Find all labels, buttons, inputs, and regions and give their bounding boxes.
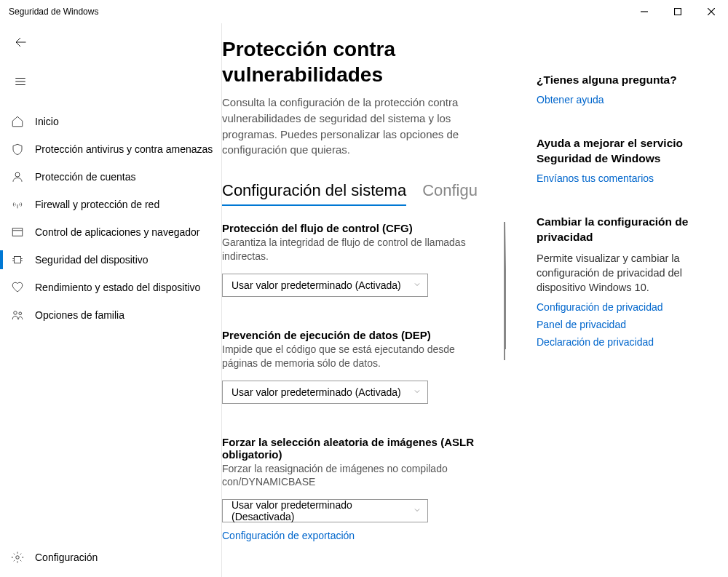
window-title: Seguridad de Windows [9, 7, 98, 17]
sidebar-item-label: Configuración [35, 552, 98, 563]
sidebar-item-label: Protección antivirus y contra amenazas [35, 143, 213, 155]
close-button[interactable] [695, 0, 728, 23]
setting-cfg: Protección del flujo de control (CFG) Ga… [222, 222, 485, 297]
help-section: ¿Tienes alguna pregunta? Obtener ayuda [537, 73, 713, 106]
family-icon [10, 308, 25, 322]
privacy-description: Permite visualizar y cambiar la configur… [537, 251, 713, 295]
chevron-down-icon [413, 505, 422, 517]
tab-system-settings[interactable]: Configuración del sistema [222, 181, 406, 206]
page-description: Consulta la configuración de la protecci… [222, 95, 506, 158]
privacy-title: Cambiar la configuración de privacidad [537, 215, 713, 245]
setting-dep: Prevención de ejecución de datos (DEP) I… [222, 329, 485, 404]
setting-dep-select[interactable]: Usar valor predeterminado (Activada) [222, 381, 428, 404]
svg-point-18 [16, 556, 20, 560]
setting-title: Forzar la selección aleatoria de imágene… [222, 436, 485, 461]
sidebar-item-label: Control de aplicaciones y navegador [35, 226, 199, 238]
settings-scroll-area[interactable]: Protección del flujo de control (CFG) Ga… [222, 222, 506, 541]
page-title: Protección contra vulnerabilidades [222, 36, 506, 87]
back-button[interactable] [6, 28, 35, 57]
sidebar-item-label: Firewall y protección de red [35, 199, 159, 210]
sidebar-item-label: Rendimiento y estado del dispositivo [35, 282, 200, 293]
hamburger-button[interactable] [6, 67, 35, 96]
feedback-section: Ayuda a mejorar el servicio Seguridad de… [537, 136, 713, 184]
chevron-down-icon [413, 279, 422, 291]
titlebar: Seguridad de Windows [0, 0, 728, 23]
sidebar-item-app-browser[interactable]: Control de aplicaciones y navegador [0, 218, 221, 246]
setting-description: Impide que el código que se está ejecuta… [222, 343, 485, 370]
export-settings-link[interactable]: Configuración de exportación [222, 530, 485, 541]
person-icon [10, 170, 25, 184]
setting-title: Protección del flujo de control (CFG) [222, 222, 485, 234]
tab-program-settings[interactable]: Configu [422, 181, 478, 206]
heart-icon [10, 280, 25, 295]
sidebar-item-family[interactable]: Opciones de familia [0, 301, 221, 329]
sidebar-item-performance[interactable]: Rendimiento y estado del dispositivo [0, 274, 221, 301]
maximize-button[interactable] [661, 0, 695, 23]
gear-icon [10, 550, 25, 565]
svg-rect-1 [675, 9, 681, 15]
svg-rect-11 [15, 257, 21, 263]
sidebar-item-settings[interactable]: Configuración [0, 544, 221, 571]
send-feedback-link[interactable]: Envíanos tus comentarios [537, 172, 713, 184]
sidebar-item-virus[interactable]: Protección antivirus y contra amenazas [0, 135, 221, 163]
sidebar: Inicio Protección antivirus y contra ame… [0, 23, 222, 577]
home-icon [10, 114, 25, 129]
setting-aslr-select[interactable]: Usar valor predeterminado (Desactivada) [222, 499, 428, 522]
select-value: Usar valor predeterminado (Desactivada) [232, 499, 413, 522]
sidebar-item-label: Seguridad del dispositivo [35, 254, 149, 266]
chevron-down-icon [413, 386, 422, 398]
select-value: Usar valor predeterminado (Activada) [232, 386, 401, 398]
sidebar-item-label: Protección de cuentas [35, 171, 136, 183]
svg-point-17 [19, 312, 22, 315]
main-content: Protección contra vulnerabilidades Consu… [222, 23, 506, 577]
sidebar-item-device-security[interactable]: Seguridad del dispositivo [0, 246, 221, 274]
privacy-dashboard-link[interactable]: Panel de privacidad [537, 319, 713, 330]
sidebar-item-home[interactable]: Inicio [0, 108, 221, 135]
chip-icon [10, 252, 25, 267]
antenna-icon [10, 197, 25, 212]
get-help-link[interactable]: Obtener ayuda [537, 94, 713, 106]
setting-cfg-select[interactable]: Usar valor predeterminado (Activada) [222, 274, 428, 297]
privacy-statement-link[interactable]: Declaración de privacidad [537, 336, 713, 348]
select-value: Usar valor predeterminado (Activada) [232, 279, 401, 291]
window-icon [10, 225, 25, 239]
sidebar-item-firewall[interactable]: Firewall y protección de red [0, 191, 221, 218]
privacy-settings-link[interactable]: Configuración de privacidad [537, 301, 713, 313]
setting-title: Prevención de ejecución de datos (DEP) [222, 329, 485, 341]
minimize-button[interactable] [628, 0, 661, 23]
tabs: Configuración del sistema Configu [222, 181, 506, 206]
setting-aslr: Forzar la selección aleatoria de imágene… [222, 436, 485, 523]
svg-point-16 [14, 311, 17, 315]
feedback-title: Ayuda a mejorar el servicio Seguridad de… [537, 136, 713, 167]
svg-rect-9 [12, 228, 23, 236]
setting-description: Forzar la reasignación de imágenes no co… [222, 462, 485, 490]
sidebar-item-label: Opciones de familia [35, 309, 124, 321]
privacy-section: Cambiar la configuración de privacidad P… [537, 215, 713, 348]
setting-description: Garantiza la integridad de flujo de cont… [222, 236, 485, 263]
right-pane: ¿Tienes alguna pregunta? Obtener ayuda A… [506, 23, 728, 577]
sidebar-item-label: Inicio [35, 116, 59, 127]
shield-icon [10, 142, 25, 156]
sidebar-item-account[interactable]: Protección de cuentas [0, 163, 221, 191]
svg-point-8 [15, 172, 20, 177]
help-title: ¿Tienes alguna pregunta? [537, 73, 713, 88]
